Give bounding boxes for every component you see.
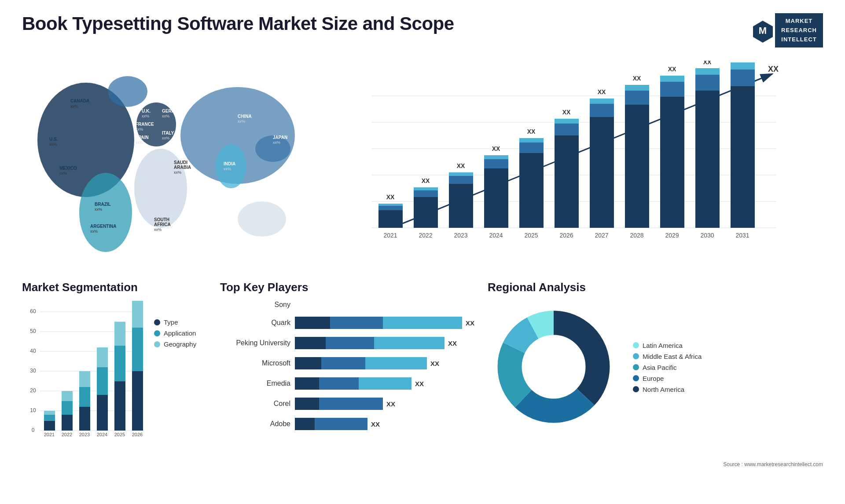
svg-rect-57 [414,197,438,228]
svg-rect-127 [62,391,73,401]
svg-text:2026: 2026 [559,232,573,239]
svg-rect-130 [79,387,90,407]
svg-rect-98 [695,75,720,91]
player-bar-adobe: XX [295,418,474,430]
player-name-corel: Corel [220,400,290,408]
svg-text:XX: XX [422,177,430,184]
segmentation-title: Market Segmentation [22,281,207,294]
svg-text:xx%: xx% [174,170,181,175]
regional-title: Regional Analysis [488,281,823,294]
svg-rect-58 [414,190,438,197]
bar-label-emedia: XX [415,380,424,387]
svg-text:2021: 2021 [383,232,397,239]
svg-text:XX: XX [668,66,676,73]
legend-dot-europe [633,375,639,381]
svg-rect-139 [114,322,125,346]
svg-text:FRANCE: FRANCE [136,122,154,127]
svg-text:xx%: xx% [142,114,149,118]
svg-rect-126 [62,401,73,415]
legend-application: Application [154,329,196,337]
logo-wrapper: M MARKET RESEARCH INTELLECT [751,13,823,47]
source-text: Source : www.marketresearchintellect.com [723,461,823,467]
svg-text:XX: XX [492,145,500,152]
legend-dot-geography [154,341,160,347]
top-row: CANADA xx% U.S. xx% MEXICO xx% BRAZIL xx… [22,56,823,267]
bar-seg3-microsoft [365,357,427,369]
svg-text:ARABIA: ARABIA [174,165,191,170]
bottom-row: Market Segmentation 0 10 20 30 40 50 60 [22,281,823,470]
svg-text:50: 50 [30,328,36,334]
bar-seg1-emedia [295,377,319,390]
header: Book Typesetting Software Market Size an… [22,13,823,47]
svg-rect-122 [44,415,55,421]
svg-rect-97 [695,91,720,228]
svg-text:xx%: xx% [49,142,57,146]
svg-text:ARGENTINA: ARGENTINA [90,224,116,229]
bar-seg3-emedia [359,377,411,390]
bar-peking [295,337,445,349]
world-map-svg: CANADA xx% U.S. xx% MEXICO xx% BRAZIL xx… [22,56,295,267]
svg-rect-102 [731,86,755,228]
bar-quark [295,317,462,329]
svg-text:2031: 2031 [735,232,749,239]
svg-text:xx%: xx% [136,140,143,145]
svg-rect-133 [97,395,108,431]
svg-point-150 [522,335,585,398]
svg-text:XX: XX [457,162,465,169]
player-row-sony: Sony [220,301,474,309]
svg-rect-68 [484,159,508,168]
svg-rect-54 [378,204,403,206]
svg-rect-59 [414,187,438,190]
svg-text:2023: 2023 [454,232,467,239]
svg-rect-52 [378,210,403,228]
player-row-emedia: Emedia XX [220,377,474,390]
svg-text:2022: 2022 [419,232,432,239]
player-row-adobe: Adobe XX [220,418,474,430]
svg-text:2027: 2027 [595,232,608,239]
svg-text:JAPAN: JAPAN [273,135,287,140]
bar-microsoft [295,357,427,369]
logo-box: MARKET RESEARCH INTELLECT [775,13,823,47]
svg-text:GERMANY: GERMANY [162,109,184,113]
svg-rect-67 [484,168,508,228]
svg-rect-129 [79,407,90,431]
svg-text:2028: 2028 [630,232,643,239]
svg-rect-53 [378,206,403,210]
player-name-emedia: Emedia [220,380,290,387]
svg-text:xx%: xx% [59,171,67,175]
bar-seg2-emedia [319,377,359,390]
segmentation-section: Market Segmentation 0 10 20 30 40 50 60 [22,281,207,470]
svg-text:2022: 2022 [62,432,72,437]
player-bar-peking: XX [295,337,474,349]
svg-text:xx%: xx% [136,127,143,131]
svg-rect-94 [660,76,684,82]
svg-text:xx%: xx% [273,140,280,145]
legend-type: Type [154,318,196,326]
svg-rect-84 [590,99,614,104]
page-title: Book Typesetting Software Market Size an… [22,13,454,34]
players-section: Top Key Players Sony Quark XX [220,281,474,470]
svg-text:2025: 2025 [524,232,538,239]
svg-text:2025: 2025 [114,432,125,437]
chart-section: XX XX 2021 XX 2022 XX 2023 [308,56,823,267]
svg-rect-63 [449,176,473,184]
svg-rect-131 [79,371,90,387]
svg-rect-137 [114,381,125,431]
svg-text:ITALY: ITALY [162,131,174,135]
player-row-corel: Corel XX [220,398,474,410]
svg-rect-62 [449,184,473,228]
legend-dot-latin [633,342,639,348]
svg-rect-123 [44,411,55,415]
svg-text:xx%: xx% [162,114,169,118]
bar-seg2-quark [330,317,383,329]
svg-text:xx%: xx% [90,229,98,234]
legend-dot-application [154,330,160,336]
svg-rect-82 [590,117,614,228]
svg-text:10: 10 [30,407,36,413]
svg-text:AFRICA: AFRICA [154,222,171,227]
bar-label-peking: XX [448,340,457,347]
svg-text:U.S.: U.S. [49,137,58,142]
svg-point-3 [108,76,147,107]
svg-rect-72 [519,153,544,228]
legend-middle-east-africa: Middle East & Africa [633,353,702,360]
